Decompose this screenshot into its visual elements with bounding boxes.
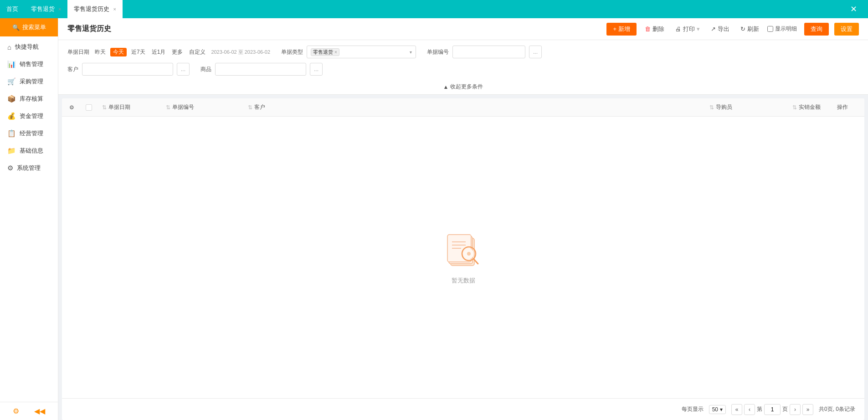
filter-doc-type-select[interactable]: 零售退货 × (307, 46, 416, 58)
pagination-nav: « ‹ 第 页 › » (731, 404, 813, 415)
filter-goods-label: 商品 (200, 66, 211, 73)
export-button[interactable]: ↗ 导出 (708, 23, 732, 35)
sidebar-item-sales[interactable]: 📊 销售管理 (0, 56, 58, 73)
setting-button[interactable]: 设置 (834, 23, 859, 36)
tab-retail-return-close[interactable]: × (58, 6, 61, 12)
th-amount-sort-icon[interactable]: ⇅ (792, 104, 797, 111)
print-button[interactable]: 🖨 打印 ▾ (673, 23, 703, 35)
sidebar-item-label: 经营管理 (20, 129, 43, 138)
th-guide-sort-icon[interactable]: ⇅ (709, 104, 714, 111)
filter-doc-no-item: 单据编号 ... (427, 46, 542, 58)
filter-doc-no-dots[interactable]: ... (529, 46, 542, 58)
search-icon: 🔍 (12, 24, 20, 31)
page-size-label: 每页显示 (682, 405, 704, 413)
filter-doc-type-arrow (410, 50, 412, 55)
table-select-all-checkbox[interactable] (86, 104, 92, 111)
add-button[interactable]: + 新增 (606, 23, 637, 36)
th-customer: ⇅ 客户 (244, 103, 706, 111)
th-ops: 操作 (824, 103, 861, 111)
sidebar-item-label: 资金管理 (20, 112, 43, 120)
filter-customer-dots[interactable]: ... (177, 63, 190, 76)
show-detail-checkbox[interactable] (767, 26, 773, 32)
table-settings-icon[interactable]: ⚙ (69, 104, 74, 111)
sales-icon: 📊 (7, 60, 16, 68)
th-date-label: 单据日期 (108, 103, 130, 111)
th-customer-sort-icon[interactable]: ⇅ (248, 104, 252, 111)
sidebar-settings-icon[interactable]: ⚙ (13, 407, 19, 415)
refresh-label: 刷新 (747, 25, 759, 33)
total-info: 共0页, 0条记录 (819, 405, 855, 413)
refresh-button[interactable]: ↻ 刷新 (738, 23, 762, 35)
sidebar-item-inventory[interactable]: 📦 库存核算 (0, 90, 58, 108)
date-more[interactable]: 更多 (170, 48, 185, 56)
date-custom[interactable]: 自定义 (187, 48, 207, 56)
home-icon: ⌂ (7, 43, 11, 51)
delete-button[interactable]: 🗑 删除 (642, 23, 667, 35)
sidebar-item-quick-nav[interactable]: ⌂ 快捷导航 (0, 38, 58, 56)
top-bar: 首页 零售退货 × 零售退货历史 × ✕ (0, 0, 868, 18)
filter-goods-input[interactable] (215, 63, 306, 76)
print-icon: 🖨 (675, 26, 681, 32)
management-icon: 📋 (7, 129, 16, 138)
filter-customer-input[interactable] (82, 63, 173, 76)
sidebar-item-label: 快捷导航 (15, 43, 39, 51)
page-size-select[interactable]: 50 ▾ (709, 405, 726, 414)
show-detail-container: 显示明细 (767, 25, 797, 33)
date-1month[interactable]: 近1月 (150, 48, 168, 56)
sidebar-item-basic[interactable]: 📁 基础信息 (0, 142, 58, 159)
th-customer-label: 客户 (254, 103, 265, 111)
th-docno-label: 单据编号 (172, 103, 194, 111)
filter-area: 单据日期 昨天 今天 近7天 近1月 更多 自定义 2023-06-02 至 2… (58, 40, 868, 95)
table-body: 暂无数据 (62, 117, 864, 398)
th-guide: ⇅ 导购员 (706, 103, 770, 111)
th-amount: ⇅ 实销金额 (770, 103, 824, 111)
empty-illustration (441, 230, 486, 271)
filter-doc-type-value: 零售退货 (313, 49, 333, 56)
last-page-button[interactable]: » (802, 404, 813, 415)
first-page-button[interactable]: « (731, 404, 742, 415)
date-shortcuts: 昨天 今天 近7天 近1月 更多 自定义 (93, 48, 207, 56)
filter-date-label: 单据日期 (67, 48, 89, 56)
sidebar-item-management[interactable]: 📋 经营管理 (0, 125, 58, 142)
sidebar-search[interactable]: 🔍 搜索菜单 (0, 18, 58, 36)
date-today[interactable]: 今天 (110, 48, 127, 56)
sidebar-sound-icon[interactable]: ◀◀ (34, 407, 45, 415)
tab-retail-return[interactable]: 零售退货 × (25, 0, 67, 18)
sidebar-item-finance[interactable]: 💰 资金管理 (0, 108, 58, 125)
query-button[interactable]: 查询 (804, 23, 829, 36)
sidebar-item-purchase[interactable]: 🛒 采购管理 (0, 73, 58, 90)
sidebar-item-system[interactable]: ⚙ 系统管理 (0, 159, 58, 177)
th-ops-label: 操作 (837, 103, 848, 111)
basic-icon: 📁 (7, 147, 16, 155)
tab-retail-return-history[interactable]: 零售退货历史 × (67, 0, 122, 18)
tab-home[interactable]: 首页 (0, 0, 25, 18)
collapse-up-icon: ▲ (443, 84, 449, 90)
filter-doc-no-input[interactable] (452, 46, 525, 58)
purchase-icon: 🛒 (7, 77, 16, 86)
filter-goods-dots[interactable]: ... (310, 63, 323, 76)
sidebar-item-label: 基础信息 (20, 147, 43, 155)
finance-icon: 💰 (7, 112, 16, 120)
page-input[interactable] (764, 404, 781, 415)
svg-point-9 (467, 252, 471, 256)
date-7days[interactable]: 近7天 (129, 48, 147, 56)
next-page-button[interactable]: › (790, 404, 801, 415)
tab-retail-return-history-close[interactable]: × (113, 6, 116, 12)
add-icon: + (613, 26, 616, 32)
query-label: 查询 (811, 25, 822, 33)
prev-page-button[interactable]: ‹ (744, 404, 755, 415)
date-yesterday[interactable]: 昨天 (93, 48, 108, 56)
th-docno-sort-icon[interactable]: ⇅ (166, 104, 170, 111)
empty-text: 暂无数据 (452, 277, 475, 285)
filter-doc-type-item: 单据类型 零售退货 × (281, 46, 416, 58)
sidebar-footer: ⚙ ◀◀ (0, 402, 58, 420)
filter-collapse-btn[interactable]: ▲ 收起更多条件 (67, 80, 859, 94)
window-close-button[interactable]: ✕ (847, 4, 861, 14)
th-amount-label: 实销金额 (799, 103, 821, 111)
filter-doc-type-tag: 零售退货 × (311, 48, 339, 56)
refresh-icon: ↻ (740, 26, 745, 32)
filter-doc-type-remove[interactable]: × (334, 50, 337, 55)
th-settings[interactable]: ⚙ (66, 104, 82, 111)
filter-goods-item: 商品 ... (200, 63, 323, 76)
th-date-sort-icon[interactable]: ⇅ (102, 104, 107, 111)
